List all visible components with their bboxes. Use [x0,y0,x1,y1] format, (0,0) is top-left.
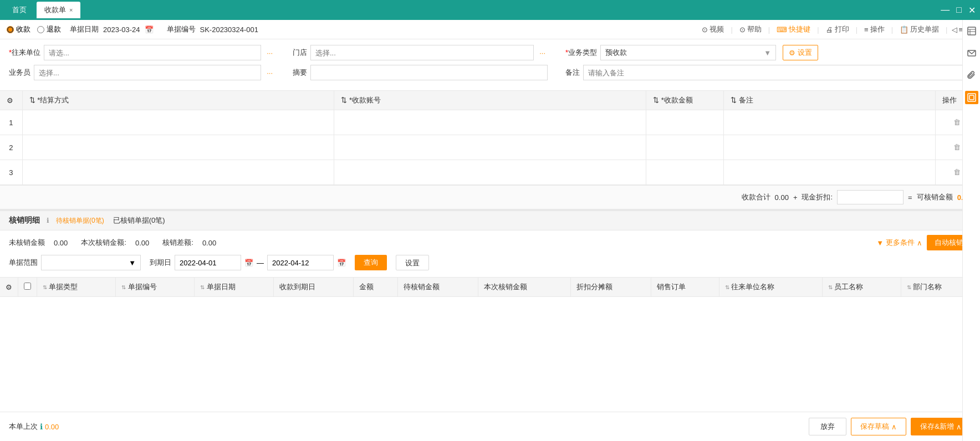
close-tab-icon[interactable]: × [69,7,73,13]
settings-button[interactable]: ⚙ 设置 [783,45,818,60]
bt-number-header: ⇅ 单据编号 [116,278,195,297]
row-2-remark[interactable] [724,135,936,160]
row-2-settlement[interactable] [22,135,334,160]
gear-settings-icon: ⚙ [789,49,795,57]
window-close-icon[interactable]: ✕ [968,5,976,16]
pending-tab[interactable]: 待核销单据(0笔) [56,216,104,225]
history-action[interactable]: 📋 历史单据 [897,24,941,34]
save-draft-arrow-icon[interactable]: ∧ [891,423,897,431]
shortcut-icon: ⌨ [777,25,787,34]
svg-rect-0 [968,27,976,35]
help-action[interactable]: ⊙ 帮助 [737,24,764,34]
row-1-amount[interactable] [646,110,724,135]
radio-receipt[interactable]: 收款 [7,24,30,34]
delete-row-3-icon[interactable]: 🗑 [953,168,961,176]
table-gear-icon[interactable]: ⚙ [7,96,13,105]
counterparty-more-icon[interactable]: ··· [264,49,275,57]
calendar-to-icon[interactable]: 📅 [337,259,346,267]
sidebar-table-icon[interactable] [965,24,978,38]
staff-input[interactable] [34,65,261,80]
shop-input[interactable] [310,45,534,60]
sort-amount-icon[interactable]: ⇅ [653,96,659,104]
info-icon[interactable]: ℹ [40,422,43,431]
row-2-amount[interactable] [646,135,724,160]
sort-staff-icon[interactable]: ⇅ [828,284,833,290]
row-1-account[interactable] [334,110,646,135]
calendar-from-icon[interactable]: 📅 [244,259,253,267]
summary-input[interactable] [310,65,548,80]
video-icon: ⊙ [702,25,708,34]
due-date-to-input[interactable] [267,255,334,270]
operation-action[interactable]: ≡ 操作 [862,24,887,34]
radio-refund[interactable]: 退款 [37,24,61,34]
row-3-amount[interactable] [646,160,724,185]
nav-tab-receipt[interactable]: 收款单 × [37,2,80,18]
bottom-table: ⚙ ⇅ 单据类型 ⇅ 单据编号 [0,278,980,297]
sidebar-screenshot-icon[interactable] [965,91,978,104]
filter-settings-button[interactable]: 设置 [396,255,429,270]
prev-layout-icon[interactable]: ◁ [952,25,957,34]
bt-pending-header: 待核销金额 [397,278,478,297]
sort-number-icon[interactable]: ⇅ [121,284,126,290]
nav-tab-home[interactable]: 首页 [4,2,34,18]
calendar-icon[interactable]: 📅 [145,25,154,34]
shop-more-icon[interactable]: ··· [537,49,548,57]
form-row-2: 业务员 ··· 摘要 备注 [9,65,971,80]
abandon-button[interactable]: 放弃 [809,418,846,435]
sort-settlement-icon[interactable]: ⇅ [29,96,35,104]
table-row: 3 🗑 ⧉ [0,160,980,185]
query-button[interactable]: 查询 [355,255,387,270]
save-new-arrow-icon[interactable]: ∧ [956,423,962,431]
print-action[interactable]: 🖨 打印 [824,24,851,34]
save-draft-button[interactable]: 保存草稿 ∧ [851,418,906,435]
sidebar-email-icon[interactable] [965,47,978,60]
writeoff-info-icon[interactable]: ℹ [47,217,49,224]
form-row-1: *往来单位 ··· 门店 ··· *业务类型 预收款 ▼ [9,45,971,60]
sort-dept-icon[interactable]: ⇅ [907,284,911,290]
sidebar-attachment-icon[interactable] [965,69,978,82]
bt-staff-header: ⇅ 员工名称 [822,278,901,297]
range-arrow-icon: ▼ [129,259,136,267]
discount-input[interactable] [837,190,904,204]
row-3-remark[interactable] [724,160,936,185]
main-container: 收款 退款 单据日期 2023-03-24 📅 单据编号 SK-20230324… [0,20,980,441]
sort-type-icon[interactable]: ⇅ [43,284,47,290]
row-1-settlement[interactable] [22,110,334,135]
receipt-table: ⚙ ⇅ *结算方式 ⇅ *收款账号 ⇅ *收款金额 [0,91,980,185]
writeoff-area: 未核销金额 0.00 本次核销金额: 0.00 核销差额: 0.00 ▼ 更多条… [0,230,980,277]
window-max-icon[interactable]: □ [956,5,962,16]
right-sidebar [962,20,980,441]
sort-counterparty-icon[interactable]: ⇅ [725,284,729,290]
bt-gear-icon[interactable]: ⚙ [6,283,12,291]
range-select[interactable]: ▼ [41,255,141,270]
table-footer: 收款合计 0.00 + 现金折扣: = 可核销金额 0.00 [0,185,980,209]
table-row: 1 🗑 ⧉ [0,110,980,135]
delete-row-2-icon[interactable]: 🗑 [953,143,961,151]
sort-date-icon[interactable]: ⇅ [200,284,205,290]
biz-type-select[interactable]: 预收款 ▼ [600,45,776,60]
due-date-from-input[interactable] [175,255,241,270]
row-2-account[interactable] [334,135,646,160]
more-filter-btn[interactable]: ▼ 更多条件 ∧ [876,238,922,248]
sort-remark-icon[interactable]: ⇅ [731,96,737,104]
delete-row-1-icon[interactable]: 🗑 [953,118,961,126]
staff-field: 业务员 ··· [9,65,275,80]
svg-rect-6 [969,95,974,100]
row-1-remark[interactable] [724,110,936,135]
shortcut-action[interactable]: ⌨ 快捷键 [774,24,813,34]
col-settlement-header: ⇅ *结算方式 [22,91,334,110]
bt-select-all-checkbox[interactable] [24,283,31,290]
counterparty-input[interactable] [44,45,261,60]
video-action[interactable]: ⊙ 视频 [700,24,726,34]
staff-more-icon[interactable]: ··· [264,69,275,77]
row-3-account[interactable] [334,160,646,185]
col-remark-header: ⇅ 备注 [724,91,936,110]
range-field: 单据范围 ▼ [9,255,141,270]
window-min-icon[interactable]: — [941,5,950,16]
remark-input[interactable] [583,65,971,80]
table-row: 2 🗑 ⧉ [0,135,980,160]
sort-account-icon[interactable]: ⇅ [341,96,347,104]
radio-group: 收款 退款 [7,24,61,34]
bottom-buttons: 放弃 保存草稿 ∧ 保存&新增 ∧ [809,418,971,435]
row-3-settlement[interactable] [22,160,334,185]
